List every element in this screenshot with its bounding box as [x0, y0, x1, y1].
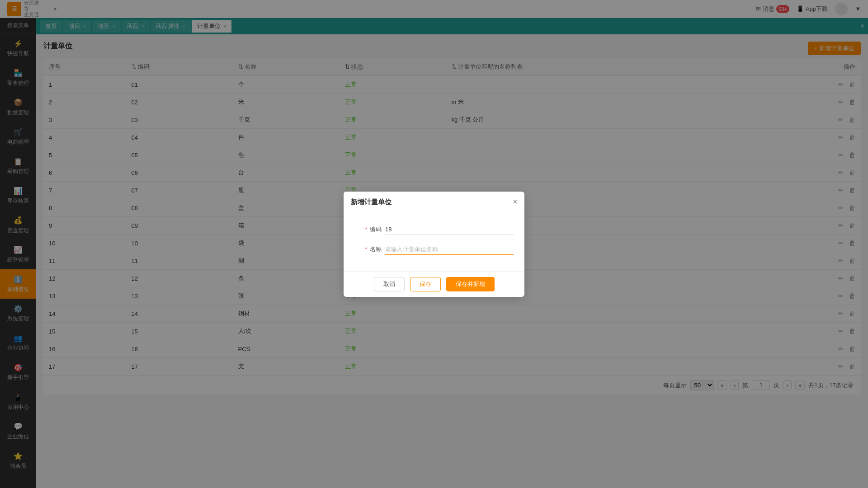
modal-footer: 取消 保存 保存并新增	[344, 271, 524, 297]
add-unit-modal: 新增计量单位 × * 编码 * 名称 取消 保存 保存并新增	[344, 192, 524, 297]
modal-header: 新增计量单位 ×	[344, 192, 524, 213]
required-star-name: *	[365, 246, 367, 253]
modal-body: * 编码 * 名称	[344, 213, 524, 271]
code-label: * 编码	[354, 225, 382, 234]
modal-overlay[interactable]: 新增计量单位 × * 编码 * 名称 取消 保存 保存并新增	[0, 0, 868, 488]
name-input[interactable]	[385, 244, 514, 255]
save-button[interactable]: 保存	[410, 277, 441, 291]
name-label: * 名称	[354, 245, 382, 253]
modal-close-btn[interactable]: ×	[513, 198, 517, 206]
save-and-new-button[interactable]: 保存并新增	[446, 277, 495, 291]
name-row: * 名称	[354, 244, 514, 255]
modal-title: 新增计量单位	[351, 198, 392, 206]
cancel-button[interactable]: 取消	[374, 277, 405, 291]
required-star-code: *	[365, 226, 367, 233]
code-row: * 编码	[354, 224, 514, 235]
code-input[interactable]	[385, 224, 514, 235]
